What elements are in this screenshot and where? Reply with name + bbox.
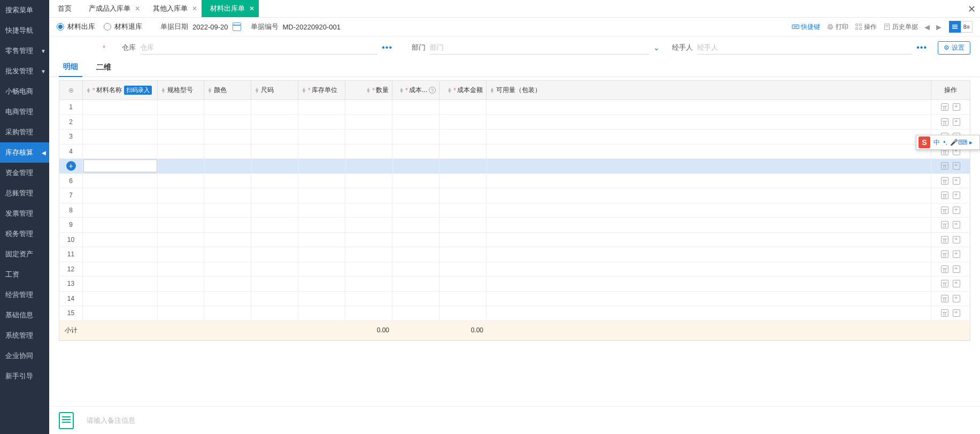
ime-keyboard-icon[interactable]: ⌨ bbox=[958, 139, 967, 146]
header-gear[interactable] bbox=[59, 81, 83, 100]
delete-row-icon[interactable] bbox=[941, 207, 948, 214]
delete-row-icon[interactable] bbox=[941, 280, 948, 287]
sidebar-item[interactable]: 采购管理 bbox=[0, 122, 49, 142]
table-row[interactable]: 6 bbox=[59, 174, 970, 189]
sidebar-item[interactable]: 企业协同 bbox=[0, 346, 49, 366]
table-row[interactable]: 12 bbox=[59, 262, 970, 277]
sidebar-item[interactable]: 零售管理▼ bbox=[0, 41, 49, 61]
settings-button[interactable]: ⚙ 设置 bbox=[938, 41, 970, 55]
history-button[interactable]: 历史单据 bbox=[881, 22, 920, 32]
table-row[interactable]: 3 bbox=[59, 130, 970, 144]
ime-more-icon[interactable]: ▸ bbox=[967, 139, 975, 146]
tab[interactable]: 材料出库单✕ bbox=[202, 0, 259, 17]
radio-material-return[interactable]: 材料退库 bbox=[104, 22, 142, 32]
info-icon[interactable]: ? bbox=[429, 87, 436, 94]
sidebar-item[interactable]: 批发管理▼ bbox=[0, 61, 49, 81]
more-icon[interactable]: ••• bbox=[377, 43, 397, 52]
close-icon[interactable]: ✕ bbox=[192, 5, 197, 12]
table-row[interactable]: + bbox=[59, 159, 970, 174]
view-list-button[interactable] bbox=[949, 21, 961, 33]
sidebar-item[interactable]: 资金管理 bbox=[0, 163, 49, 183]
insert-row-icon[interactable] bbox=[953, 221, 960, 229]
note-icon[interactable] bbox=[59, 412, 74, 429]
sidebar-item[interactable]: 系统管理 bbox=[0, 325, 49, 346]
header-amount[interactable]: ▲▼*成本金额 bbox=[439, 81, 487, 100]
handler-input[interactable] bbox=[697, 41, 912, 55]
ime-mic-icon[interactable]: 🎤 bbox=[950, 139, 958, 146]
insert-row-icon[interactable] bbox=[953, 162, 960, 170]
header-unit[interactable]: ▲▼*库存单位 bbox=[298, 81, 345, 100]
prev-arrow-icon[interactable]: ◀ bbox=[922, 22, 932, 32]
shortcut-button[interactable]: 快捷键 bbox=[790, 22, 822, 32]
insert-row-icon[interactable] bbox=[953, 295, 960, 302]
header-size[interactable]: ▲▼尺码 bbox=[251, 81, 298, 100]
table-row[interactable]: 7 bbox=[59, 188, 970, 203]
add-row-button[interactable]: + bbox=[66, 161, 76, 171]
header-name[interactable]: ▲▼*材料名称扫码录入 bbox=[83, 81, 158, 100]
sidebar-item[interactable]: 库存核算◀ bbox=[0, 142, 49, 163]
delete-row-icon[interactable] bbox=[941, 177, 948, 185]
header-color[interactable]: ▲▼颜色 bbox=[204, 81, 251, 100]
insert-row-icon[interactable] bbox=[953, 236, 960, 243]
radio-material-out[interactable]: 材料出库 bbox=[57, 22, 95, 32]
sidebar-item[interactable]: 快捷导航 bbox=[0, 20, 49, 41]
scan-badge[interactable]: 扫码录入 bbox=[124, 86, 152, 95]
insert-row-icon[interactable] bbox=[953, 192, 960, 199]
chevron-down-icon[interactable]: ⌄ bbox=[649, 43, 664, 52]
table-row[interactable]: 1 bbox=[59, 100, 970, 115]
insert-row-icon[interactable] bbox=[953, 118, 960, 126]
ime-punct-icon[interactable]: •, bbox=[941, 139, 950, 146]
remark-input[interactable] bbox=[87, 416, 970, 424]
table-row[interactable]: 15 bbox=[59, 306, 970, 321]
warehouse-input[interactable] bbox=[140, 41, 377, 55]
header-spec[interactable]: ▲▼规格型号 bbox=[158, 81, 204, 100]
sidebar-item[interactable]: 总账管理 bbox=[0, 183, 49, 203]
print-button[interactable]: 打印 bbox=[824, 22, 851, 32]
ime-toolbar[interactable]: S 中 •, 🎤 ⌨ ▸ bbox=[916, 135, 980, 150]
table-row[interactable]: 10 bbox=[59, 233, 970, 248]
table-row[interactable]: 11 bbox=[59, 247, 970, 262]
ime-lang[interactable]: 中 bbox=[932, 138, 941, 147]
delete-row-icon[interactable] bbox=[941, 162, 948, 170]
delete-row-icon[interactable] bbox=[941, 309, 948, 317]
header-cost[interactable]: ▲▼*成本...? bbox=[392, 81, 439, 100]
insert-row-icon[interactable] bbox=[953, 177, 960, 185]
sidebar-item[interactable]: 电商管理 bbox=[0, 102, 49, 122]
sidebar-item[interactable]: 新手引导 bbox=[0, 366, 49, 386]
sidebar-item[interactable]: 基础信息 bbox=[0, 305, 49, 325]
tab[interactable]: 首页 bbox=[49, 0, 80, 17]
sidebar-item[interactable]: 发票管理 bbox=[0, 203, 49, 224]
tab[interactable]: 其他入库单✕ bbox=[144, 0, 202, 17]
table-row[interactable]: 13 bbox=[59, 277, 970, 292]
more-icon[interactable]: ••• bbox=[912, 43, 931, 52]
header-avail[interactable]: ▲▼可用量（包装） bbox=[487, 81, 931, 100]
delete-row-icon[interactable] bbox=[941, 103, 948, 111]
delete-row-icon[interactable] bbox=[941, 265, 948, 273]
table-row[interactable]: 8 bbox=[59, 203, 970, 218]
sidebar-item[interactable]: 税务管理 bbox=[0, 224, 49, 244]
date-value[interactable]: 2022-09-20 bbox=[192, 23, 228, 31]
table-row[interactable]: 14 bbox=[59, 292, 970, 307]
tab[interactable]: 产成品入库单✕ bbox=[80, 0, 144, 17]
table-row[interactable]: 4 bbox=[59, 144, 970, 159]
close-icon[interactable]: ✕ bbox=[249, 5, 254, 12]
delete-row-icon[interactable] bbox=[941, 192, 948, 199]
sidebar-item[interactable]: 工资 bbox=[0, 264, 49, 285]
delete-row-icon[interactable] bbox=[941, 118, 948, 126]
insert-row-icon[interactable] bbox=[953, 250, 960, 258]
dept-input[interactable] bbox=[430, 41, 649, 55]
sidebar-item[interactable]: 小畅电商 bbox=[0, 81, 49, 102]
insert-row-icon[interactable] bbox=[953, 103, 960, 111]
calendar-icon[interactable] bbox=[233, 22, 241, 31]
header-qty[interactable]: ▲▼*数量 bbox=[345, 81, 392, 100]
sidebar-item[interactable]: 搜索菜单 bbox=[0, 0, 49, 20]
close-all-tabs-icon[interactable]: ✕ bbox=[968, 3, 976, 15]
next-arrow-icon[interactable]: ▶ bbox=[934, 22, 944, 32]
cell-input[interactable] bbox=[83, 159, 157, 172]
insert-row-icon[interactable] bbox=[953, 207, 960, 214]
subtab-2d[interactable]: 二维 bbox=[92, 63, 115, 77]
insert-row-icon[interactable] bbox=[953, 265, 960, 273]
operate-button[interactable]: 操作 bbox=[853, 22, 879, 32]
delete-row-icon[interactable] bbox=[941, 250, 948, 258]
table-row[interactable]: 9 bbox=[59, 218, 970, 233]
